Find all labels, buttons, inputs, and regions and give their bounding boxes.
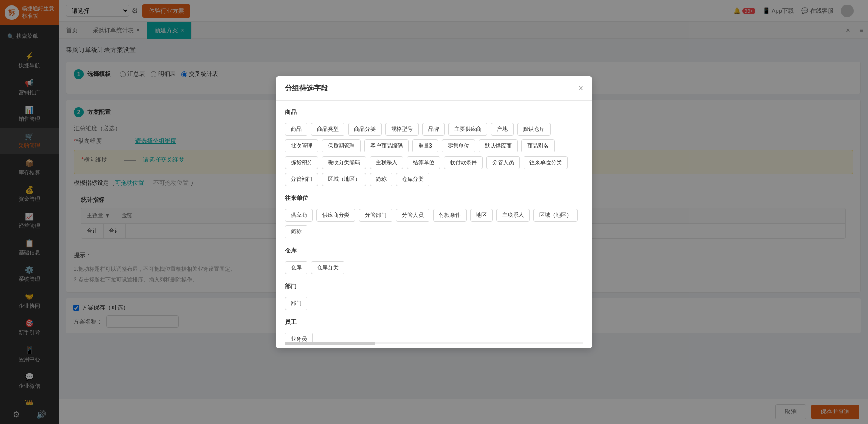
chip-manager[interactable]: 分管人员 — [486, 156, 520, 169]
chip-expiry-mgmt[interactable]: 保质期管理 — [322, 139, 361, 152]
goods-section: 商品 商品 商品类型 商品分类 规格型号 品牌 主要供应商 产地 默认仓库 批次… — [285, 108, 583, 186]
chip-dept-person[interactable]: 分管人员 — [396, 209, 429, 222]
chip-default-warehouse[interactable]: 默认仓库 — [517, 123, 551, 136]
chip-supplier[interactable]: 供应商 — [285, 209, 313, 222]
chip-dept[interactable]: 分管部门 — [359, 209, 392, 222]
employee-section: 员工 业务员 — [285, 318, 583, 342]
chip-region[interactable]: 区域（地区） — [322, 173, 366, 186]
chip-region2[interactable]: 区域（地区） — [533, 209, 578, 222]
employee-chips: 业务员 — [285, 333, 583, 342]
modal-overlay[interactable]: 分组待选字段 × 商品 商品 商品类型 商品分类 规格型号 品牌 主要供应商 产… — [0, 0, 868, 424]
chip-short-name2[interactable]: 简称 — [285, 225, 307, 238]
chip-area[interactable]: 地区 — [470, 209, 493, 222]
employee-section-title: 员工 — [285, 318, 583, 328]
modal-body: 商品 商品 商品类型 商品分类 规格型号 品牌 主要供应商 产地 默认仓库 批次… — [276, 101, 592, 342]
chip-goods-alias[interactable]: 商品别名 — [521, 139, 555, 152]
chip-counterpart-type[interactable]: 往来单位分类 — [524, 156, 568, 169]
chip-customer-code[interactable]: 客户商品编码 — [364, 139, 409, 152]
modal-title: 分组待选字段 — [285, 84, 328, 93]
modal-header: 分组待选字段 × — [276, 76, 592, 101]
chip-brand[interactable]: 品牌 — [422, 123, 445, 136]
chip-retail-unit[interactable]: 零售单位 — [442, 139, 475, 152]
chip-main-contact[interactable]: 主联系人 — [370, 156, 403, 169]
chip-salesperson[interactable]: 业务员 — [285, 333, 313, 342]
modal-scrollbar-thumb — [285, 342, 375, 345]
chip-batch-mgmt[interactable]: 批次管理 — [285, 139, 318, 152]
chip-goods-category[interactable]: 商品分类 — [348, 123, 382, 136]
chip-spec-model[interactable]: 规格型号 — [385, 123, 419, 136]
chip-settle-unit[interactable]: 结算单位 — [407, 156, 440, 169]
chip-pick-points[interactable]: 拣货积分 — [285, 156, 318, 169]
counterpart-section-title: 往来单位 — [285, 194, 583, 204]
modal-close-button[interactable]: × — [578, 84, 583, 93]
chip-supplier-cat[interactable]: 供应商分类 — [316, 209, 355, 222]
chip-department[interactable]: 部门 — [285, 297, 307, 310]
department-section-title: 部门 — [285, 282, 583, 292]
warehouse-chips: 仓库 仓库分类 — [285, 261, 583, 274]
chip-manage-dept[interactable]: 分管部门 — [285, 173, 318, 186]
field-select-modal: 分组待选字段 × 商品 商品 商品类型 商品分类 规格型号 品牌 主要供应商 产… — [276, 76, 592, 348]
chip-payment-terms[interactable]: 收付款条件 — [444, 156, 483, 169]
counterpart-chips: 供应商 供应商分类 分管部门 分管人员 付款条件 地区 主联系人 区域（地区） … — [285, 209, 583, 238]
warehouse-section: 仓库 仓库 仓库分类 — [285, 247, 583, 274]
chip-goods[interactable]: 商品 — [285, 123, 307, 136]
chip-warehouse[interactable]: 仓库 — [285, 261, 307, 274]
chip-weight3[interactable]: 重量3 — [412, 139, 438, 152]
chip-origin[interactable]: 产地 — [491, 123, 514, 136]
department-chips: 部门 — [285, 297, 583, 310]
chip-main-contact2[interactable]: 主联系人 — [496, 209, 530, 222]
chip-tax-code[interactable]: 税收分类编码 — [322, 156, 366, 169]
chip-warehouse-category[interactable]: 仓库分类 — [311, 261, 344, 274]
department-section: 部门 部门 — [285, 282, 583, 310]
chip-warehouse-cat[interactable]: 仓库分类 — [396, 173, 429, 186]
modal-horizontal-scrollbar[interactable] — [285, 342, 583, 344]
chip-short-name[interactable]: 简称 — [370, 173, 392, 186]
chip-payment-cond[interactable]: 付款条件 — [433, 209, 467, 222]
goods-chips: 商品 商品类型 商品分类 规格型号 品牌 主要供应商 产地 默认仓库 批次管理 … — [285, 123, 583, 186]
chip-goods-type[interactable]: 商品类型 — [311, 123, 344, 136]
warehouse-section-title: 仓库 — [285, 247, 583, 257]
goods-section-title: 商品 — [285, 108, 583, 118]
counterpart-section: 往来单位 供应商 供应商分类 分管部门 分管人员 付款条件 地区 主联系人 区域… — [285, 194, 583, 238]
chip-main-supplier[interactable]: 主要供应商 — [448, 123, 487, 136]
chip-default-supplier[interactable]: 默认供应商 — [479, 139, 518, 152]
